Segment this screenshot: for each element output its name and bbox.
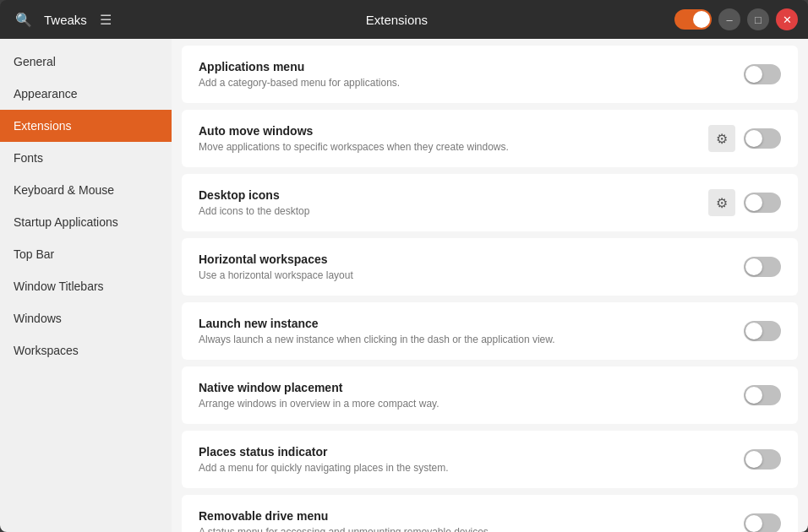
extension-desc-places-status-indicator: Add a menu for quickly navigating places… [199,462,744,474]
extension-title-desktop-icons: Desktop icons [199,188,708,202]
maximize-button[interactable]: □ [747,8,769,30]
extension-desc-horizontal-workspaces: Use a horizontal workspace layout [199,269,744,281]
titlebar: 🔍 Tweaks ☰ Extensions – □ ✕ [0,0,808,39]
sidebar-item-general[interactable]: General [0,46,172,78]
sidebar-item-startup-applications[interactable]: Startup Applications [0,206,172,238]
extension-item-applications-menu: Applications menuAdd a category-based me… [182,46,798,103]
extension-item-horizontal-workspaces: Horizontal workspacesUse a horizontal wo… [182,238,798,296]
extension-info-desktop-icons: Desktop iconsAdd icons to the desktop [199,188,708,217]
page-title: Extensions [119,13,674,27]
toggle-places-status-indicator[interactable] [744,449,781,470]
extension-info-removable-drive-menu: Removable drive menuA status menu for ac… [199,509,744,532]
minimize-button[interactable]: – [718,8,740,30]
gear-icon-auto-move-windows[interactable]: ⚙ [708,125,735,152]
extension-controls-places-status-indicator [744,449,781,470]
extension-desc-applications-menu: Add a category-based menu for applicatio… [199,77,744,89]
extension-title-applications-menu: Applications menu [199,60,744,73]
extension-desc-launch-new-instance: Always launch a new instance when clicki… [199,334,744,345]
sidebar-item-keyboard-mouse[interactable]: Keyboard & Mouse [0,174,172,206]
extension-item-native-window-placement: Native window placementArrange windows i… [182,366,798,424]
extension-controls-launch-new-instance [744,321,781,341]
menu-icon[interactable]: ☰ [92,6,119,33]
sidebar-item-appearance[interactable]: Appearance [0,78,172,110]
extension-controls-horizontal-workspaces [744,257,781,277]
close-button[interactable]: ✕ [776,8,798,30]
extension-title-horizontal-workspaces: Horizontal workspaces [199,252,744,266]
extension-info-places-status-indicator: Places status indicatorAdd a menu for qu… [199,445,744,474]
extension-controls-applications-menu [744,64,781,84]
extension-title-removable-drive-menu: Removable drive menu [199,509,744,523]
extension-title-auto-move-windows: Auto move windows [199,124,708,138]
extension-title-places-status-indicator: Places status indicator [199,445,744,459]
toggle-horizontal-workspaces[interactable] [744,257,781,277]
toggle-applications-menu[interactable] [744,64,781,84]
toggle-native-window-placement[interactable] [744,385,781,405]
extension-info-horizontal-workspaces: Horizontal workspacesUse a horizontal wo… [199,252,744,281]
sidebar-item-extensions[interactable]: Extensions [0,110,172,142]
main-panel: Applications menuAdd a category-based me… [172,39,808,532]
sidebar-item-workspaces[interactable]: Workspaces [0,334,172,366]
main-window: 🔍 Tweaks ☰ Extensions – □ ✕ GeneralAppea… [0,0,808,532]
sidebar: GeneralAppearanceExtensionsFontsKeyboard… [0,39,172,532]
search-icon[interactable]: 🔍 [10,6,37,33]
extension-item-launch-new-instance: Launch new instanceAlways launch a new i… [182,302,798,360]
sidebar-item-windows[interactable]: Windows [0,302,172,334]
gear-icon-desktop-icons[interactable]: ⚙ [708,189,735,216]
extension-info-native-window-placement: Native window placementArrange windows i… [199,381,744,410]
sidebar-item-window-titlebars[interactable]: Window Titlebars [0,270,172,302]
extension-item-auto-move-windows: Auto move windowsMove applications to sp… [182,110,798,167]
global-extensions-toggle[interactable] [674,9,712,30]
toggle-auto-move-windows[interactable] [744,128,781,149]
extension-controls-desktop-icons: ⚙ [708,189,781,216]
extension-title-native-window-placement: Native window placement [199,381,744,394]
extension-desc-removable-drive-menu: A status menu for accessing and unmounti… [199,526,744,532]
toggle-launch-new-instance[interactable] [744,321,781,341]
sidebar-item-top-bar[interactable]: Top Bar [0,238,172,270]
extension-title-launch-new-instance: Launch new instance [199,317,744,330]
extension-item-places-status-indicator: Places status indicatorAdd a menu for qu… [182,431,798,488]
extension-info-applications-menu: Applications menuAdd a category-based me… [199,60,744,89]
extension-desc-desktop-icons: Add icons to the desktop [199,205,708,217]
extension-info-launch-new-instance: Launch new instanceAlways launch a new i… [199,317,744,345]
extension-controls-native-window-placement [744,385,781,405]
sidebar-item-fonts[interactable]: Fonts [0,142,172,174]
extension-controls-removable-drive-menu [744,513,781,532]
toggle-desktop-icons[interactable] [744,193,781,213]
extension-info-auto-move-windows: Auto move windowsMove applications to sp… [199,124,708,153]
extension-controls-auto-move-windows: ⚙ [708,125,781,152]
extension-item-removable-drive-menu: Removable drive menuA status menu for ac… [182,495,798,532]
app-title: Tweaks [44,13,87,27]
extension-desc-auto-move-windows: Move applications to specific workspaces… [199,141,708,153]
window-controls: – □ ✕ [674,8,798,30]
toggle-removable-drive-menu[interactable] [744,513,781,532]
extension-item-desktop-icons: Desktop iconsAdd icons to the desktop⚙ [182,174,798,231]
extension-desc-native-window-placement: Arrange windows in overview in a more co… [199,398,744,410]
content-area: GeneralAppearanceExtensionsFontsKeyboard… [0,39,808,532]
